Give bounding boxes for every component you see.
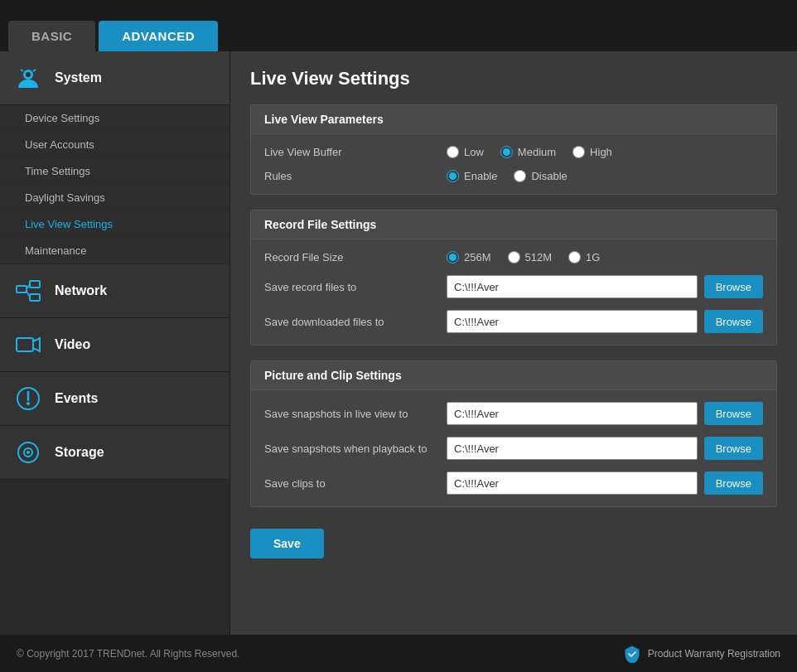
footer-warranty[interactable]: Product Warranty Registration (623, 645, 780, 663)
svg-line-3 (33, 70, 36, 71)
record-size-row: Record File Size 256M 512M 1G (264, 251, 763, 263)
snapshots-live-row: Save snapshots in live view to Browse (264, 402, 763, 425)
sidebar-item-user-accounts[interactable]: User Accounts (0, 132, 229, 158)
snapshots-playback-row: Save snapshots when playback to Browse (264, 437, 763, 460)
tab-advanced[interactable]: ADVANCED (99, 21, 218, 51)
rules-enable-label: Enable (464, 170, 497, 182)
top-tabs: BASIC ADVANCED (0, 0, 797, 51)
system-label: System (55, 70, 102, 85)
storage-label: Storage (55, 445, 104, 460)
sidebar-item-live-view-settings[interactable]: Live View Settings (0, 211, 229, 238)
svg-rect-9 (17, 338, 33, 351)
svg-rect-6 (30, 294, 40, 301)
rules-enable-radio[interactable] (447, 170, 459, 182)
snapshots-live-input-group: Browse (447, 402, 763, 425)
save-clips-input[interactable] (447, 471, 698, 495)
size-1g-label: 1G (586, 251, 600, 263)
size-1g-option[interactable]: 1G (568, 251, 600, 263)
sidebar-item-storage[interactable]: Storage (0, 426, 229, 480)
events-icon (13, 384, 43, 413)
sidebar-item-maintenance[interactable]: Maintenance (0, 238, 229, 264)
sidebar: System Device Settings User Accounts Tim… (0, 51, 230, 635)
sidebar-item-video[interactable]: Video (0, 318, 229, 372)
network-label: Network (55, 283, 107, 298)
buffer-high-label: High (590, 146, 612, 158)
video-label: Video (55, 337, 90, 352)
sidebar-item-network[interactable]: Network (0, 264, 229, 318)
size-512m-radio[interactable] (508, 251, 520, 263)
buffer-controls: Low Medium High (447, 146, 763, 158)
system-subitems: Device Settings User Accounts Time Setti… (0, 105, 229, 264)
buffer-medium-option[interactable]: Medium (500, 146, 556, 158)
save-record-row: Save record files to Browse (264, 275, 763, 298)
size-1g-radio[interactable] (568, 251, 581, 263)
sidebar-item-daylight-savings[interactable]: Daylight Savings (0, 185, 229, 211)
sidebar-item-device-settings[interactable]: Device Settings (0, 105, 229, 132)
picture-clip-card: Picture and Clip Settings Save snapshots… (250, 360, 777, 507)
sidebar-item-events[interactable]: Events (0, 372, 229, 426)
main-layout: System Device Settings User Accounts Tim… (0, 51, 797, 635)
svg-point-16 (27, 451, 30, 454)
save-downloaded-input[interactable] (447, 310, 698, 333)
network-icon (13, 276, 43, 306)
svg-point-13 (27, 402, 30, 405)
save-record-browse-btn[interactable]: Browse (704, 275, 763, 298)
save-downloaded-input-group: Browse (447, 310, 763, 333)
size-256m-radio[interactable] (447, 251, 459, 263)
buffer-low-radio[interactable] (447, 146, 459, 158)
rules-controls: Enable Disable (447, 170, 763, 182)
snapshots-playback-browse-btn[interactable]: Browse (704, 437, 763, 460)
rules-row: Rules Enable Disable (264, 170, 763, 182)
live-view-params-card: Live View Parameters Live View Buffer Lo… (250, 104, 777, 195)
buffer-high-radio[interactable] (572, 146, 585, 158)
record-size-controls: 256M 512M 1G (447, 251, 763, 263)
buffer-medium-label: Medium (518, 146, 556, 158)
size-256m-label: 256M (464, 251, 491, 263)
page-title: Live View Settings (250, 68, 777, 89)
record-file-body: Record File Size 256M 512M 1G (251, 239, 776, 345)
save-downloaded-label: Save downloaded files to (264, 316, 447, 328)
storage-icon (13, 438, 43, 467)
rules-disable-label: Disable (531, 170, 567, 182)
svg-rect-4 (17, 286, 27, 292)
rules-disable-option[interactable]: Disable (514, 170, 567, 182)
save-record-input[interactable] (447, 275, 698, 298)
footer-copyright: © Copyright 2017 TRENDnet. All Rights Re… (17, 648, 239, 660)
save-clips-row: Save clips to Browse (264, 471, 763, 495)
rules-label: Rules (264, 170, 447, 182)
save-downloaded-row: Save downloaded files to Browse (264, 310, 763, 333)
sidebar-item-time-settings[interactable]: Time Settings (0, 158, 229, 185)
buffer-high-option[interactable]: High (572, 146, 612, 158)
picture-clip-body: Save snapshots in live view to Browse Sa… (251, 390, 776, 506)
snapshots-playback-label: Save snapshots when playback to (264, 442, 447, 455)
events-label: Events (55, 391, 98, 406)
size-256m-option[interactable]: 256M (447, 251, 491, 263)
save-downloaded-browse-btn[interactable]: Browse (704, 310, 763, 333)
rules-enable-option[interactable]: Enable (447, 170, 497, 182)
svg-line-2 (21, 70, 23, 71)
snapshots-live-label: Save snapshots in live view to (264, 408, 447, 420)
svg-rect-5 (30, 281, 40, 288)
svg-point-1 (26, 72, 31, 77)
shield-icon (623, 645, 641, 663)
record-file-header: Record File Settings (251, 210, 776, 239)
snapshots-playback-input[interactable] (447, 437, 698, 460)
warranty-label: Product Warranty Registration (648, 648, 780, 660)
save-button[interactable]: Save (250, 529, 324, 558)
save-record-label: Save record files to (264, 281, 447, 293)
snapshots-live-input[interactable] (447, 402, 698, 425)
record-size-label: Record File Size (264, 251, 447, 263)
picture-clip-header: Picture and Clip Settings (251, 361, 776, 390)
tab-basic[interactable]: BASIC (8, 21, 95, 51)
snapshots-live-browse-btn[interactable]: Browse (704, 402, 763, 425)
size-512m-option[interactable]: 512M (508, 251, 553, 263)
rules-disable-radio[interactable] (514, 170, 526, 182)
save-clips-browse-btn[interactable]: Browse (704, 471, 763, 495)
footer: © Copyright 2017 TRENDnet. All Rights Re… (0, 635, 797, 672)
size-512m-label: 512M (525, 251, 553, 263)
sidebar-item-system[interactable]: System (0, 51, 229, 105)
svg-marker-10 (33, 338, 40, 351)
buffer-medium-radio[interactable] (500, 146, 513, 158)
buffer-low-option[interactable]: Low (447, 146, 484, 158)
save-record-input-group: Browse (447, 275, 763, 298)
